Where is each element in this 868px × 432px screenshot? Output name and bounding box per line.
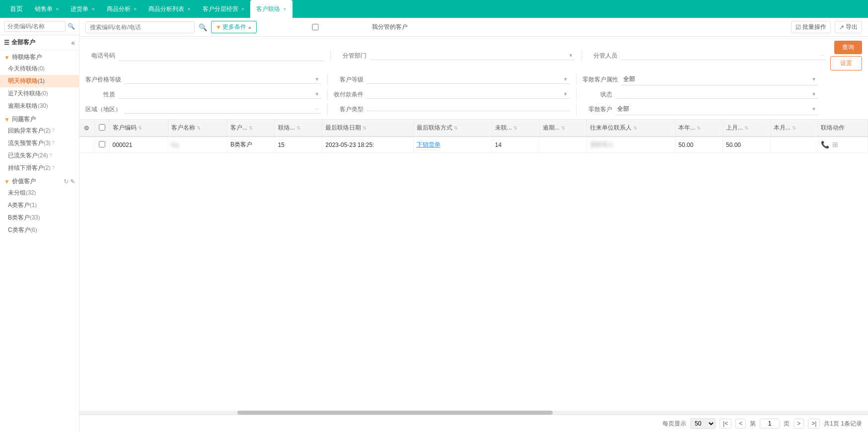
td-check[interactable] [94, 137, 109, 153]
nav-home[interactable]: 首页 [4, 0, 29, 18]
th-uncontacted[interactable]: 未联...⇅ [492, 120, 539, 137]
th-cust-type[interactable]: 客户...⇅ [227, 120, 275, 137]
cust-level-chevron-icon: ▼ [563, 76, 568, 82]
retail-cust-select[interactable]: 全部 ▼ [615, 103, 818, 115]
sidebar-item-abnormal-repurchase[interactable]: 回购异常客户(2)? [0, 125, 79, 137]
last-page-btn[interactable]: >| [808, 419, 820, 429]
sort-icon-uncontacted: ⇅ [513, 125, 517, 131]
batch-action-btn[interactable]: ☑ 批量操作 [791, 21, 831, 33]
prev-page-btn[interactable]: < [735, 419, 746, 429]
edit-icon[interactable]: ✎ [70, 178, 75, 185]
th-contact-count[interactable]: 联络...⇅ [275, 120, 322, 137]
td-last-method[interactable]: 下销货单 [413, 137, 492, 153]
close-tab-purchase[interactable]: × [91, 6, 94, 12]
sidebar-item-today-pending[interactable]: 今天待联络(0) [0, 63, 79, 75]
td-name[interactable]: Ea [168, 137, 227, 153]
th-overdue[interactable]: 逾期...⇅ [539, 120, 587, 137]
nav-tab-sales[interactable]: 销售单× [29, 0, 65, 18]
scrollbar-thumb[interactable] [237, 411, 553, 415]
th-code[interactable]: 客户编码⇅ [109, 120, 168, 137]
sidebar-item-b-class[interactable]: B类客户(33) [0, 212, 79, 224]
sort-icon-code: ⇅ [138, 125, 142, 131]
th-year-amount[interactable]: 本年...⇅ [675, 120, 723, 137]
sidebar-search-input[interactable] [4, 21, 66, 32]
my-customers-checkbox-container[interactable]: 我分管的客户 [261, 23, 408, 31]
th-settings[interactable]: ⚙ [79, 120, 94, 137]
row-checkbox-1[interactable] [99, 141, 105, 147]
th-this-month[interactable]: 本月...⇅ [770, 120, 818, 137]
dept-select[interactable]: ▼ [369, 51, 576, 60]
th-name[interactable]: 客户名称⇅ [168, 120, 227, 137]
nav-tab-purchase[interactable]: 进货单× [65, 0, 100, 18]
filter-search-icon[interactable]: 🔍 [199, 23, 207, 31]
collapse-sidebar-icon[interactable]: « [71, 39, 75, 47]
more-conditions-btn[interactable]: ▼ 更多条件 ▲ [211, 21, 257, 33]
th-last-date[interactable]: 最后联络日期⇅ [322, 120, 413, 137]
sidebar-item-overdue-pending[interactable]: 逾期未联络(30) [0, 100, 79, 112]
nav-tab-analysis-list[interactable]: 商品分析列表× [143, 0, 196, 18]
close-tab-customer-contact[interactable]: × [283, 6, 286, 12]
status-select[interactable]: ▼ [615, 90, 818, 99]
sidebar-item-declining[interactable]: 持续下滑客户(2)? [0, 162, 79, 174]
nav-tab-customer-tier[interactable]: 客户分层经营× [197, 0, 250, 18]
sidebar-all-customers[interactable]: ☰ 全部客户 « [0, 35, 79, 50]
retail-attr-chevron-icon: ▼ [811, 76, 816, 82]
help-icon-4[interactable]: ? [52, 165, 55, 171]
select-all-checkbox[interactable] [99, 124, 105, 131]
nav-tab-analysis[interactable]: 商品分析× [101, 0, 143, 18]
sidebar-item-churned[interactable]: 已流失客户(24)? [0, 149, 79, 162]
sort-icon-date: ⇅ [362, 125, 366, 131]
nav-tab-customer-contact[interactable]: 客户联络× [250, 0, 292, 18]
first-page-btn[interactable]: |< [720, 419, 731, 429]
sort-icon-person: ⇅ [633, 125, 637, 131]
retail-attr-select[interactable]: 全部 ▼ [621, 73, 818, 85]
help-icon-3[interactable]: ? [49, 152, 52, 158]
close-tab-analysis-list[interactable]: × [187, 6, 190, 12]
region-select[interactable]: ··· [124, 105, 321, 114]
cust-level-select[interactable]: ▼ [366, 75, 570, 84]
payment-select[interactable]: ▼ [366, 90, 570, 99]
help-icon-2[interactable]: ? [52, 140, 55, 146]
phone-input[interactable] [118, 51, 324, 61]
th-check[interactable] [94, 120, 109, 137]
per-page-select[interactable]: 50 100 200 [690, 418, 716, 429]
setting-button[interactable]: 设置 [830, 56, 862, 71]
search-input[interactable] [85, 21, 195, 33]
sidebar-item-churn-warning[interactable]: 流失预警客户(3)? [0, 137, 79, 149]
page-number-input[interactable] [760, 419, 780, 429]
sort-icon-year: ⇅ [697, 125, 701, 131]
th-last-method[interactable]: 最后联络方式⇅ [413, 120, 492, 137]
my-customers-checkbox[interactable] [261, 24, 370, 30]
sidebar-item-week-pending[interactable]: 近7天待联络(0) [0, 87, 79, 100]
phone-text-input[interactable] [120, 52, 322, 59]
sidebar-item-ungrouped[interactable]: 未分组(32) [0, 187, 79, 199]
close-tab-sales[interactable]: × [56, 6, 59, 12]
close-tab-customer-tier[interactable]: × [241, 6, 244, 12]
person-more-icon: ··· [820, 53, 824, 58]
cust-type-select[interactable] [366, 108, 570, 111]
sidebar-search-icon[interactable]: 🔍 [68, 23, 75, 30]
next-page-btn[interactable]: > [794, 419, 804, 429]
payment-chevron-icon: ▼ [563, 91, 568, 97]
sidebar-item-a-class[interactable]: A类客户(1) [0, 199, 79, 212]
help-icon-1[interactable]: ? [52, 128, 55, 134]
horizontal-scrollbar[interactable] [79, 411, 868, 415]
refresh-icon[interactable]: ↻ [64, 178, 69, 185]
row-grid-icon[interactable]: ⊞ [832, 141, 838, 148]
th-contact-person[interactable]: 往来单位联系人⇅ [587, 120, 675, 137]
filter-dept: 分管部门 ▼ [337, 51, 576, 60]
sidebar-item-tomorrow-pending[interactable]: 明天待联络(1) [0, 75, 79, 87]
nature-select[interactable]: ▼ [118, 90, 321, 99]
sidebar-item-c-class[interactable]: C类客户(6) [0, 224, 79, 236]
close-tab-analysis[interactable]: × [134, 6, 137, 12]
last-method-link[interactable]: 下销货单 [417, 141, 440, 148]
price-level-select[interactable]: ▼ [124, 75, 321, 84]
person-select[interactable]: ··· [620, 51, 826, 60]
th-last-month[interactable]: 上月...⇅ [723, 120, 770, 137]
filter-retail-attr: 零散客户属性 全部 ▼ [582, 73, 818, 85]
query-button[interactable]: 查询 [834, 41, 862, 54]
settings-icon[interactable]: ⚙ [84, 125, 89, 132]
export-btn[interactable]: ↗ 导出 [835, 21, 862, 33]
filter-row-3: 性质 ▼ 收付款条件 ▼ 状态 [85, 88, 862, 100]
row-phone-icon[interactable]: 📞 [821, 141, 829, 148]
